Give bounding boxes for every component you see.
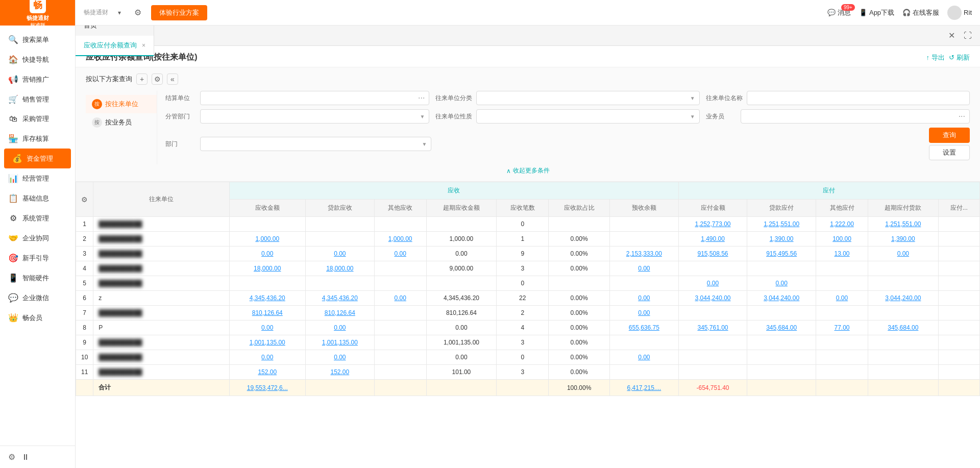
sidebar-item-hardware[interactable]: 📱智能硬件 <box>0 268 75 288</box>
data-table: ⚙ 往来单位 应收 应付 应收金额 贷款应收 其他应收 超期应收金额 应收笔数 … <box>76 182 980 396</box>
message-button[interactable]: 💬 消息 99+ <box>827 8 851 17</box>
sidebar-item-search[interactable]: 🔍搜索菜单 <box>0 30 75 50</box>
row-number: 8 <box>76 321 93 335</box>
sidebar-item-marketing[interactable]: 📢营销推广 <box>0 69 75 89</box>
sidebar-item-guide[interactable]: 🎯新手引导 <box>0 248 75 268</box>
fenlei-select[interactable]: ▼ <box>476 91 699 105</box>
field-mingcheng: 往来单位名称 <box>706 91 970 105</box>
row-ar-loan <box>305 217 374 232</box>
sidebar-item-inventory[interactable]: 🏪库存核算 <box>0 129 75 149</box>
yewuyuan-input[interactable]: ··· <box>741 109 970 124</box>
sidebar-item-purchase[interactable]: 🛍采购管理 <box>0 109 75 129</box>
sidebar-label-search: 搜索菜单 <box>22 35 49 44</box>
row-ap-more <box>938 291 979 306</box>
scheme-by-partner[interactable]: 按 按往来单位 <box>86 95 157 113</box>
row-ar-prepay: 0.00 <box>610 350 679 365</box>
settings-icon[interactable]: ⚙ <box>8 452 15 462</box>
sidebar: 畅 畅捷通财 标准版 🔍搜索菜单🏠快捷导航📢营销推广🛒销售管理🛍采购管理🏪库存核… <box>0 0 76 468</box>
sidebar-logo: 畅 畅捷通财 标准版 <box>0 0 75 26</box>
row-ar-ratio <box>549 276 610 291</box>
row-ar-ratio: 0.00% <box>549 261 610 276</box>
user-avatar[interactable]: Rit <box>947 6 972 20</box>
row-ap-loan: 345,684.00 <box>747 321 816 335</box>
scheme-settings-button[interactable]: ⚙ <box>152 73 163 85</box>
row-ap-other <box>816 261 868 276</box>
fenguan-select[interactable]: ▼ <box>200 109 429 124</box>
row-ap-amount: 915,508.56 <box>678 247 747 261</box>
sidebar-item-system[interactable]: ⚙系统管理 <box>0 208 75 228</box>
row-ar-other: 1,000.00 <box>374 232 426 247</box>
tab-ar-ap[interactable]: 应收应付余额查询× <box>76 36 154 56</box>
col-ar-count: 应收笔数 <box>497 200 549 217</box>
row-ar-ratio: 0.00% <box>549 306 610 321</box>
sidebar-item-wechat[interactable]: 💬企业微信 <box>0 288 75 308</box>
sidebar-item-operations[interactable]: 📊经营管理 <box>0 168 75 188</box>
row-ar-prepay: 0.00 <box>610 306 679 321</box>
mingcheng-input[interactable] <box>747 91 970 105</box>
solution-button[interactable]: 体验行业方案 <box>151 5 207 20</box>
row-ap-loan <box>747 350 816 365</box>
maximize-button[interactable]: ⛶ <box>962 30 974 42</box>
col-settings[interactable]: ⚙ <box>76 182 93 217</box>
tab-close-ar-ap[interactable]: × <box>142 42 145 49</box>
row-ap-overdue: 0.00 <box>868 247 939 261</box>
total-row: 合计 19,553,472,6... 100.00% 6,417,215....… <box>76 380 980 396</box>
search-form: 按 按往来单位 按 按业务员 结算单位 <box>86 91 970 164</box>
scheme-label-partner: 按往来单位 <box>105 100 138 109</box>
row-ar-overdue: 0.00 <box>426 321 497 335</box>
scheme-icon-salesperson: 按 <box>92 117 102 128</box>
topbar-settings-icon[interactable]: ⚙ <box>131 6 145 20</box>
query-buttons-container: 查询 设置 <box>437 128 970 160</box>
finance-icon: 💰 <box>12 154 22 163</box>
refresh-button[interactable]: ↺ 刷新 <box>949 53 970 62</box>
row-ar-ratio: 0.00% <box>549 291 610 306</box>
sidebar-item-sales[interactable]: 🛒销售管理 <box>0 89 75 109</box>
field-fenguan: 分管部门 ▼ <box>165 109 429 124</box>
settings-button[interactable]: 设置 <box>929 145 970 160</box>
table-body: 1 ██████████ 0 1,252,773.00 1,251,551.00… <box>76 217 980 380</box>
search-area: 按以下方案查询 + ⚙ « 按 按往来单位 按 按业务员 <box>76 67 980 182</box>
table-row: 10 ██████████ 0.00 0.00 0.00 0 0.00% 0.0… <box>76 350 980 365</box>
bumen-select[interactable]: ▼ <box>200 137 431 151</box>
basic-icon: 📋 <box>8 193 18 203</box>
row-ar-overdue: 810,126.64 <box>426 306 497 321</box>
row-ar-overdue: 4,345,436.20 <box>426 291 497 306</box>
row-ar-loan <box>305 276 374 291</box>
collapse-button[interactable]: ∧ 收起更多条件 <box>506 166 550 175</box>
total-empty-2 <box>305 380 374 396</box>
add-scheme-button[interactable]: + <box>136 73 148 85</box>
scheme-label-salesperson: 按业务员 <box>105 118 132 127</box>
row-ap-other: 0.00 <box>816 291 868 306</box>
row-ap-loan: 3,044,240.00 <box>747 291 816 306</box>
query-button[interactable]: 查询 <box>929 128 970 143</box>
row-number: 6 <box>76 291 93 306</box>
jiesuan-input[interactable]: ··· <box>200 91 429 105</box>
col-ar-group-header: 应收 <box>229 182 678 200</box>
scheme-by-salesperson[interactable]: 按 按业务员 <box>86 113 157 132</box>
collapse-icon[interactable]: ⏸ <box>21 453 30 462</box>
online-service-button[interactable]: 🎧 在线客服 <box>902 8 939 17</box>
topbar-dropdown[interactable]: ▾ <box>114 8 125 18</box>
total-empty-3 <box>374 380 426 396</box>
table-row: 11 ██████████ 152.00 152.00 101.00 3 0.0… <box>76 365 980 380</box>
scheme-panel: 按 按往来单位 按 按业务员 <box>86 91 157 164</box>
row-ap-other <box>816 276 868 291</box>
xingzhi-select[interactable]: ▼ <box>476 109 699 124</box>
export-button[interactable]: ↑ 导出 <box>926 53 945 62</box>
row-number: 3 <box>76 247 93 261</box>
sidebar-item-enterprise[interactable]: 🤝企业协同 <box>0 228 75 248</box>
row-ap-other <box>816 350 868 365</box>
yewuyuan-label: 业务员 <box>706 112 737 121</box>
sidebar-item-nav[interactable]: 🏠快捷导航 <box>0 50 75 69</box>
app-download-button[interactable]: 📱 App下载 <box>859 8 894 17</box>
row-ar-count: 22 <box>497 291 549 306</box>
row-ap-amount: 1,252,773.00 <box>678 217 747 232</box>
sidebar-label-system: 系统管理 <box>22 214 49 223</box>
sidebar-label-sales: 销售管理 <box>22 95 49 104</box>
row-ar-overdue: 1,000.00 <box>426 232 497 247</box>
sidebar-item-member[interactable]: 👑畅会员 <box>0 308 75 328</box>
scheme-back-button[interactable]: « <box>167 73 178 85</box>
sidebar-item-basic[interactable]: 📋基础信息 <box>0 188 75 208</box>
close-window-button[interactable]: ✕ <box>945 30 958 42</box>
sidebar-item-finance[interactable]: 💰资金管理 <box>4 149 71 168</box>
